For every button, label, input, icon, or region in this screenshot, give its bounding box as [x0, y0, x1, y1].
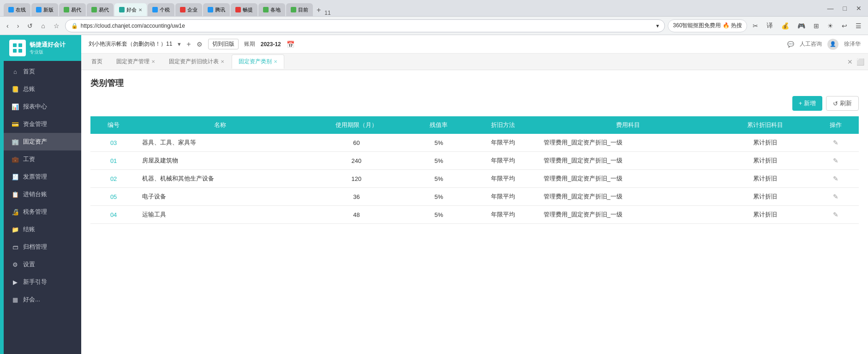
tab-asset-management[interactable]: 固定资产管理 ✕ — [110, 55, 162, 68]
browser-tab-changte[interactable]: 畅提 — [231, 3, 257, 16]
sidebar-item-home[interactable]: ⌂ 首页 — [4, 63, 81, 80]
grid-button[interactable]: ⊞ — [811, 20, 822, 31]
sidebar-item-ledger[interactable]: 📒 总账 — [4, 80, 81, 98]
browser-tab-tax[interactable]: 个税 — [148, 3, 174, 16]
asset-icon: 🏢 — [11, 138, 19, 146]
cell-code[interactable]: 04 — [90, 206, 137, 224]
col-header-code: 编号 — [90, 116, 137, 134]
browser-tab-gedi[interactable]: 各地 — [258, 3, 285, 16]
scissors-button[interactable]: ✂ — [750, 20, 761, 31]
browser-tab-tencent[interactable]: 腾讯 — [203, 3, 230, 16]
add-account-button[interactable]: + — [186, 40, 191, 48]
sidebar-item-guide[interactable]: ▶ 新手引导 — [4, 273, 81, 291]
archive-icon: 🗃 — [11, 243, 19, 251]
browser-tab-mumu[interactable]: 目前 — [286, 3, 313, 16]
edit-button[interactable]: ✎ — [833, 193, 838, 200]
edit-button[interactable]: ✎ — [833, 211, 838, 218]
cell-code[interactable]: 03 — [90, 134, 137, 152]
new-tab-button[interactable]: + — [314, 4, 323, 16]
browser-tab-new[interactable]: 新版 — [31, 3, 58, 16]
sidebar-item-archive[interactable]: 🗃 归档管理 — [4, 238, 81, 256]
cell-expense: 管理费用_固定资产折旧_一级 — [538, 134, 718, 152]
tax-icon: 🔏 — [11, 208, 19, 216]
edit-button[interactable]: ✎ — [833, 175, 838, 182]
cell-period: 60 — [303, 134, 410, 152]
app-icon: ▦ — [11, 295, 19, 304]
sidebar-item-close-account[interactable]: 📁 结账 — [4, 221, 81, 238]
cell-code[interactable]: 01 — [90, 152, 137, 170]
sidebar-item-settings[interactable]: ⚙ 设置 — [4, 256, 81, 273]
cell-method: 年限平均 — [468, 188, 538, 206]
browser-tab-haohui[interactable]: 好会 ✕ — [114, 3, 147, 16]
browser-tab-enterprise[interactable]: 企业 — [175, 3, 202, 16]
edit-button[interactable]: ✎ — [833, 139, 838, 146]
edit-button[interactable]: ✎ — [833, 157, 838, 164]
maximize-button[interactable]: □ — [840, 3, 850, 14]
sidebar-item-tax[interactable]: 🔏 税务管理 — [4, 203, 81, 221]
tab-close-depreciation-report[interactable]: ✕ — [221, 59, 224, 64]
left-accent-bar — [0, 35, 4, 354]
search-bar[interactable]: 360智能抠图免费用 🔥 热搜 — [668, 19, 747, 32]
col-header-residual: 残值率 — [410, 116, 468, 134]
help-icon: 💬 — [787, 41, 794, 48]
col-header-action: 操作 — [813, 116, 859, 134]
add-button[interactable]: + 新增 — [792, 96, 822, 111]
tab-depreciation-report[interactable]: 固定资产折旧统计表 ✕ — [162, 55, 231, 68]
sidebar-item-salary[interactable]: 💼 工资 — [4, 150, 81, 168]
tab-close-asset-category[interactable]: ✕ — [274, 59, 277, 64]
forward-button[interactable]: › — [14, 20, 22, 31]
dropdown-arrow[interactable]: ▾ — [178, 41, 181, 48]
browser-tab-online[interactable]: 在线 — [4, 3, 30, 16]
menu-button[interactable]: ☰ — [853, 20, 864, 31]
browser-tab-easy1[interactable]: 易代 — [59, 3, 86, 16]
cell-period: 36 — [303, 188, 410, 206]
translate-button[interactable]: 译 — [764, 20, 776, 32]
cell-code[interactable]: 02 — [90, 170, 137, 188]
sidebar-item-fund[interactable]: 💳 资金管理 — [4, 115, 81, 133]
cell-code[interactable]: 05 — [90, 188, 137, 206]
close-account-icon: 📁 — [11, 225, 19, 234]
col-header-name: 名称 — [137, 116, 303, 134]
sidebar-item-reports[interactable]: 📊 报表中心 — [4, 98, 81, 115]
help-label[interactable]: 人工咨询 — [800, 40, 822, 48]
sidebar-item-app[interactable]: ▦ 好会... — [4, 291, 81, 308]
calendar-icon[interactable]: 📅 — [287, 41, 294, 48]
col-header-method: 折旧方法 — [468, 116, 538, 134]
sidebar-item-trade[interactable]: 📋 进销台账 — [4, 186, 81, 203]
guide-icon: ▶ — [11, 278, 19, 286]
bookmark-button[interactable]: ☆ — [51, 20, 62, 31]
reload-button[interactable]: ↺ — [24, 20, 36, 31]
sun-button[interactable]: ☀ — [825, 20, 836, 31]
tab-close-haohui[interactable]: ✕ — [138, 7, 142, 12]
settings-gear-icon[interactable]: ⚙ — [197, 41, 203, 48]
table-row: 03 器具、工具、家具等 60 5% 年限平均 管理费用_固定资产折旧_一级 累… — [90, 134, 859, 152]
address-bar[interactable]: 🔒 https://cloud.chanjet.com/accounting/u… — [65, 19, 665, 32]
tab-asset-category[interactable]: 固定资产类别 ✕ — [232, 54, 284, 69]
cell-method: 年限平均 — [468, 134, 538, 152]
sidebar-item-invoice[interactable]: 🧾 发票管理 — [4, 168, 81, 186]
browser-tab-easy2[interactable]: 易代 — [87, 3, 114, 16]
refresh-button[interactable]: ↺ 刷新 — [826, 96, 859, 111]
period-value: 2023-12 — [261, 41, 281, 48]
back-button[interactable]: ‹ — [4, 20, 12, 31]
minimize-button[interactable]: — — [825, 3, 837, 14]
sidebar-item-assets[interactable]: 🏢 固定资产 — [4, 133, 81, 150]
cell-period: 48 — [303, 206, 410, 224]
browser-toolbar: ‹ › ↺ ⌂ ☆ 🔒 https://cloud.chanjet.com/ac… — [0, 17, 868, 35]
wallet-button[interactable]: 💰 — [778, 20, 792, 31]
cell-accumulated: 累计折旧 — [718, 152, 812, 170]
table-row: 05 电子设备 36 5% 年限平均 管理费用_固定资产折旧_一级 累计折旧 ✎ — [90, 188, 859, 206]
close-window-button[interactable]: ✕ — [853, 3, 864, 14]
tab-close-asset-management[interactable]: ✕ — [151, 59, 155, 64]
switch-version-button[interactable]: 切到旧版 — [208, 39, 239, 49]
undo-button[interactable]: ↩ — [839, 20, 850, 31]
table-row: 01 房屋及建筑物 240 5% 年限平均 管理费用_固定资产折旧_一级 累计折… — [90, 152, 859, 170]
sidebar-logo: 畅捷通好会计 专业版 — [4, 35, 81, 61]
tab-home[interactable]: 首页 — [85, 55, 109, 68]
tab-close-window-button[interactable]: ✕ — [847, 58, 853, 66]
game-button[interactable]: 🎮 — [795, 20, 808, 31]
top-bar-right: 💬 人工咨询 👤 徐泽华 — [787, 39, 861, 50]
home-button[interactable]: ⌂ — [38, 20, 48, 31]
tab-window-controls: ✕ ⬜ — [847, 58, 864, 66]
tab-maximize-button[interactable]: ⬜ — [856, 58, 864, 66]
